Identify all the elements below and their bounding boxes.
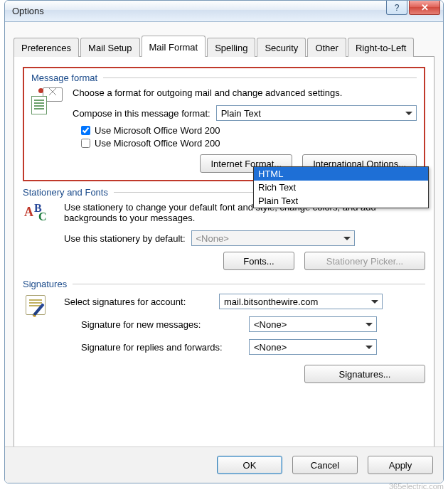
dropdown-option-plain-text[interactable]: Plain Text	[254, 194, 428, 208]
dropdown-option-html[interactable]: HTML	[254, 167, 428, 181]
sig-reply-value: <None>	[254, 342, 287, 353]
cancel-button[interactable]: Cancel	[292, 456, 358, 474]
stationery-body: A B C Use stationery to change your defa…	[23, 202, 425, 270]
dropdown-option-rich-text[interactable]: Rich Text	[254, 181, 428, 194]
tab-mail-format[interactable]: Mail Format	[142, 36, 206, 57]
stationery-default-label: Use this stationery by default:	[64, 233, 186, 244]
group-signatures: Signatures	[23, 279, 425, 289]
watermark: 365electric.com	[389, 482, 444, 491]
compose-format-value: Plain Text	[221, 108, 261, 119]
window-title: Options	[9, 6, 44, 16]
checkbox-label: Use Microsoft Office Word 200	[95, 138, 220, 149]
dialog-footer: OK Cancel Apply	[5, 446, 443, 483]
tab-panel: Message format Choose a format for outgo…	[14, 57, 434, 448]
stationery-icon: A B C	[23, 202, 54, 228]
use-word-edit-checkbox[interactable]: Use Microsoft Office Word 200	[81, 125, 417, 136]
tab-preferences[interactable]: Preferences	[14, 38, 79, 57]
dialog-body: Preferences Mail Setup Mail Format Spell…	[5, 22, 443, 483]
tab-mail-setup[interactable]: Mail Setup	[80, 38, 139, 57]
sig-new-select[interactable]: <None>	[249, 316, 377, 332]
sig-reply-label: Signature for replies and forwards:	[64, 342, 249, 353]
use-word-read-checkbox[interactable]: Use Microsoft Office Word 200	[81, 138, 417, 149]
sig-reply-select[interactable]: <None>	[249, 339, 377, 355]
compose-format-select[interactable]: Plain Text	[216, 105, 417, 121]
close-button[interactable]: ✕	[409, 1, 440, 15]
seal-icon	[38, 88, 43, 93]
tab-right-to-left[interactable]: Right-to-Left	[348, 38, 415, 57]
stationery-picker-button[interactable]: Stationery Picker...	[304, 252, 425, 270]
page-icon	[31, 96, 47, 114]
ok-button[interactable]: OK	[217, 456, 282, 474]
signatures-button[interactable]: Signatures...	[304, 365, 425, 383]
divider	[73, 284, 425, 284]
group-label-text: Message format	[31, 73, 97, 83]
sig-new-value: <None>	[254, 319, 287, 330]
letter-a-icon: A	[24, 205, 33, 220]
group-message-format: Message format	[31, 73, 417, 83]
checkbox-label: Use Microsoft Office Word 200	[95, 125, 220, 136]
help-icon: ?	[395, 3, 400, 13]
tab-other[interactable]: Other	[307, 38, 346, 57]
sig-new-label: Signature for new messages:	[64, 319, 249, 330]
message-format-desc: Choose a format for outgoing mail and ch…	[73, 87, 417, 98]
stationery-default-select[interactable]: <None>	[191, 230, 355, 246]
fonts-button[interactable]: Fonts...	[223, 252, 294, 270]
message-format-icon	[31, 87, 63, 114]
sig-account-select[interactable]: mail.bitsonthewire.com	[219, 294, 383, 309]
divider	[103, 77, 417, 78]
stationery-default-value: <None>	[196, 233, 229, 244]
signatures-body: Select signatures for account: mail.bits…	[23, 294, 425, 383]
highlight-box: Message format Choose a format for outgo…	[23, 67, 425, 181]
sig-account-label: Select signatures for account:	[64, 296, 213, 307]
signatures-icon	[23, 294, 54, 319]
checkbox-input[interactable]	[81, 139, 90, 148]
compose-label: Compose in this message format:	[73, 108, 210, 119]
options-dialog: Options ? ✕ Preferences Mail Setup Mail …	[4, 0, 444, 483]
tab-strip: Preferences Mail Setup Mail Format Spell…	[14, 35, 434, 57]
compose-format-dropdown[interactable]: HTML Rich Text Plain Text	[253, 166, 429, 208]
window-controls: ? ✕	[386, 1, 440, 15]
close-icon: ✕	[421, 2, 429, 13]
tab-security[interactable]: Security	[257, 38, 306, 57]
titlebar: Options ? ✕	[5, 1, 443, 22]
tab-spelling[interactable]: Spelling	[207, 38, 255, 57]
group-label-text: Stationery and Fonts	[23, 187, 108, 198]
checkbox-input[interactable]	[81, 126, 90, 135]
sig-account-value: mail.bitsonthewire.com	[224, 296, 318, 307]
message-format-body: Choose a format for outgoing mail and ch…	[31, 87, 417, 173]
group-label-text: Signatures	[23, 279, 67, 289]
help-button[interactable]: ?	[386, 1, 407, 15]
letter-c-icon: C	[38, 210, 47, 223]
apply-button[interactable]: Apply	[368, 456, 433, 474]
